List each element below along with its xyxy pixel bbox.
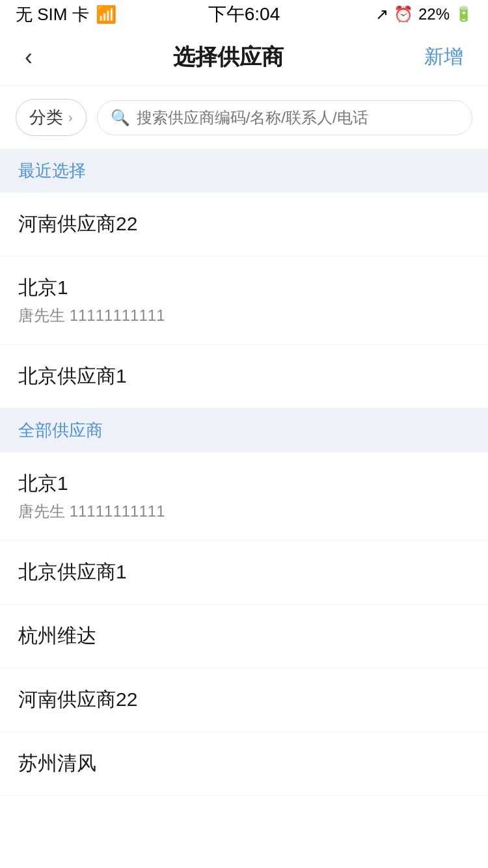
battery-level: 22%: [418, 5, 450, 23]
nav-bar: ‹ 选择供应商 新增: [0, 29, 488, 86]
status-right: ↗ ⏰ 22% 🔋: [375, 5, 472, 23]
chevron-right-icon: ›: [68, 110, 73, 125]
item-name: 杭州维达: [18, 623, 470, 649]
item-name: 北京供应商1: [18, 363, 470, 390]
category-label: 分类: [29, 106, 63, 129]
recent-list-item[interactable]: 北京供应商1: [0, 345, 488, 409]
all-list-item[interactable]: 河南供应商22: [0, 668, 488, 732]
item-name: 河南供应商22: [18, 211, 470, 237]
recent-section-header: 最近选择: [0, 149, 488, 193]
back-button[interactable]: ‹: [18, 37, 39, 77]
filter-bar: 分类 › 🔍: [0, 86, 488, 149]
recent-section-label: 最近选择: [18, 161, 86, 180]
recent-list-item[interactable]: 河南供应商22: [0, 193, 488, 256]
status-time: 下午6:04: [208, 2, 280, 27]
page-title: 选择供应商: [39, 42, 418, 72]
search-icon: 🔍: [111, 109, 130, 127]
status-left: 无 SIM 卡 📶: [16, 3, 116, 26]
item-name: 北京1: [18, 470, 470, 497]
item-name: 河南供应商22: [18, 686, 470, 713]
item-sub: 唐先生 11111111111: [18, 305, 470, 326]
all-items-list: 北京1唐先生 11111111111北京供应商1杭州维达河南供应商22苏州清风: [0, 452, 488, 796]
item-sub: 唐先生 11111111111: [18, 501, 470, 522]
sim-status: 无 SIM 卡: [16, 3, 89, 26]
all-list-item[interactable]: 苏州清风: [0, 732, 488, 796]
recent-items-list: 河南供应商22北京1唐先生 11111111111北京供应商1: [0, 193, 488, 409]
wifi-icon: 📶: [96, 5, 116, 25]
search-container: 🔍: [97, 100, 472, 135]
all-section-label: 全部供应商: [18, 420, 103, 440]
item-name: 北京供应商1: [18, 559, 470, 586]
item-name: 苏州清风: [18, 750, 470, 777]
all-list-item[interactable]: 杭州维达: [0, 604, 488, 668]
all-section-header: 全部供应商: [0, 409, 488, 452]
item-name: 北京1: [18, 275, 470, 301]
category-button[interactable]: 分类 ›: [16, 99, 87, 136]
status-bar: 无 SIM 卡 📶 下午6:04 ↗ ⏰ 22% 🔋: [0, 0, 488, 29]
battery-icon: 🔋: [455, 6, 472, 23]
location-icon: ↗: [375, 5, 388, 23]
recent-list-item[interactable]: 北京1唐先生 11111111111: [0, 256, 488, 345]
search-input[interactable]: [137, 109, 459, 127]
all-list-item[interactable]: 北京供应商1: [0, 541, 488, 604]
all-list-item[interactable]: 北京1唐先生 11111111111: [0, 452, 488, 541]
alarm-icon: ⏰: [394, 5, 413, 23]
add-button[interactable]: 新增: [418, 37, 470, 77]
